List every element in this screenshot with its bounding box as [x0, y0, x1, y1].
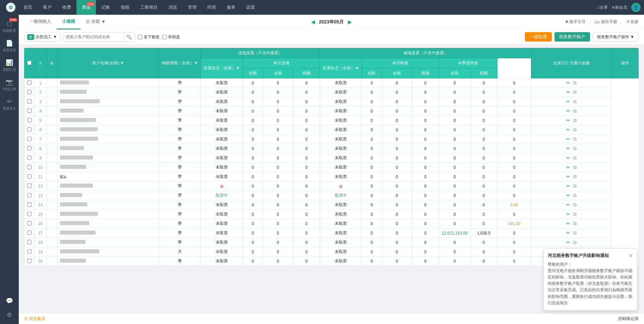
cell-check[interactable]: [24, 88, 35, 97]
date-next-btn[interactable]: ▶: [348, 19, 352, 25]
search-button[interactable]: 🔍: [123, 33, 135, 41]
date-prev-btn[interactable]: ◀: [311, 19, 315, 25]
tab-general-taxpayer[interactable]: 一般纳税人: [24, 15, 57, 29]
cell-check[interactable]: [24, 172, 35, 182]
copy-icon[interactable]: ⧉: [573, 80, 577, 85]
sidebar-item-intelligent-invoice[interactable]: ⬡ 智能取票 new: [1, 17, 18, 36]
copy-icon[interactable]: ⧉: [573, 183, 577, 189]
cell-check[interactable]: [24, 135, 35, 144]
cell-check[interactable]: [24, 125, 35, 135]
search-input[interactable]: [63, 35, 123, 39]
th-status-out[interactable]: 取票状态（全部）▼: [320, 58, 362, 78]
nav-bookkeeping[interactable]: 记账: [96, 0, 115, 15]
copy-icon[interactable]: ⧉: [573, 146, 577, 151]
copy-icon[interactable]: ⧉: [573, 136, 577, 142]
copy-icon[interactable]: ⧉: [573, 221, 577, 226]
copy-icon[interactable]: ⧉: [573, 193, 577, 198]
edit-icon[interactable]: ✏: [566, 118, 570, 123]
cell-check[interactable]: [24, 163, 35, 172]
sidebar-item-scan[interactable]: 📷 扫描上传: [1, 76, 18, 94]
edit-icon[interactable]: ✏: [566, 89, 570, 95]
row-checkbox[interactable]: [27, 259, 32, 263]
cell-check[interactable]: [24, 191, 35, 200]
refresh-btn[interactable]: ↺ 刷新: [626, 19, 639, 25]
nav-business[interactable]: 工商项目: [135, 0, 163, 15]
row-checkbox[interactable]: [27, 193, 32, 197]
copy-icon[interactable]: ⧉: [573, 174, 577, 179]
nav-fee[interactable]: 收费: [57, 0, 76, 15]
nav-tax[interactable]: 报税: [115, 0, 135, 15]
nav-operation[interactable]: 经营: [202, 0, 221, 15]
row-checkbox[interactable]: [27, 221, 32, 225]
copy-icon[interactable]: ⧉: [573, 127, 577, 132]
row-checkbox[interactable]: [27, 202, 32, 207]
checkbox-account[interactable]: 名下账套: [138, 34, 160, 40]
cell-check[interactable]: [24, 153, 35, 163]
th-name[interactable]: 客户名称(全部) ▼: [57, 48, 159, 78]
nav-service[interactable]: 服务: [221, 0, 241, 15]
row-checkbox[interactable]: [27, 146, 32, 150]
cell-check[interactable]: [24, 257, 35, 266]
checkbox-account-input[interactable]: [138, 35, 142, 39]
edit-icon[interactable]: ✏: [566, 174, 570, 179]
checkbox-taxdisk[interactable]: 有税盘: [162, 34, 180, 40]
edit-icon[interactable]: ✏: [566, 127, 570, 132]
nav-message[interactable]: 消息: [163, 0, 182, 15]
row-checkbox[interactable]: [27, 165, 32, 169]
edit-icon[interactable]: ✏: [566, 146, 570, 151]
checkbox-taxdisk-input[interactable]: [162, 35, 167, 39]
cell-check[interactable]: [24, 200, 35, 210]
select-all-checkbox[interactable]: [27, 61, 32, 65]
nav-manage[interactable]: 管理: [182, 0, 202, 15]
th-period[interactable]: 纳税周期（全部）▼: [159, 48, 201, 78]
edit-icon[interactable]: ✏: [566, 80, 570, 85]
cell-check[interactable]: [24, 219, 35, 229]
tab-all[interactable]: ☰ 全能 ▼: [80, 15, 111, 29]
row-checkbox[interactable]: [27, 137, 32, 141]
cell-check[interactable]: [24, 210, 35, 219]
employee-select[interactable]: 全 全部员工 ▼: [24, 32, 60, 42]
copy-icon[interactable]: ⧉: [573, 99, 577, 104]
copy-icon[interactable]: ⧉: [573, 155, 577, 160]
copy-icon[interactable]: ⧉: [573, 240, 577, 245]
edit-icon[interactable]: ✏: [566, 211, 570, 217]
edit-icon[interactable]: ✏: [566, 165, 570, 170]
row-checkbox[interactable]: [27, 231, 32, 235]
sidebar-item-invoice-entry[interactable]: ✏ 票据录入: [1, 95, 18, 113]
manual-btn[interactable]: 📖 操作手册: [595, 19, 617, 25]
edit-icon[interactable]: ✏: [566, 230, 570, 236]
sidebar-item-settings[interactable]: ⚙: [1, 309, 18, 321]
copy-icon[interactable]: ⧉: [573, 108, 577, 114]
cell-check[interactable]: [24, 78, 35, 88]
row-checkbox[interactable]: [27, 80, 32, 85]
cell-check[interactable]: [24, 247, 35, 257]
row-checkbox[interactable]: [27, 118, 32, 122]
edit-icon[interactable]: ✏: [566, 193, 570, 198]
nav-invoice[interactable]: 票据 new: [76, 0, 96, 15]
cell-check[interactable]: [24, 116, 35, 125]
cell-check[interactable]: [24, 107, 35, 116]
popup-close-btn[interactable]: ✕: [629, 253, 633, 258]
edit-icon[interactable]: ✏: [566, 202, 570, 207]
cell-check[interactable]: [24, 229, 35, 238]
row-checkbox[interactable]: [27, 249, 32, 254]
copy-icon[interactable]: ⧉: [573, 165, 577, 170]
cell-check[interactable]: [24, 97, 35, 107]
row-checkbox[interactable]: [27, 127, 32, 132]
row-checkbox[interactable]: [27, 184, 32, 188]
copy-icon[interactable]: ⧉: [573, 211, 577, 217]
edit-icon[interactable]: ✏: [566, 155, 570, 160]
row-checkbox[interactable]: [27, 240, 32, 244]
copy-icon[interactable]: ⧉: [573, 118, 577, 123]
member-btn[interactable]: ⊕购会员: [612, 5, 627, 10]
caozuo-btn[interactable]: 税务数字账户操作 ▼: [593, 32, 639, 42]
tab-small-scale[interactable]: 小规模: [57, 15, 80, 29]
guide-btn[interactable]: ✚ 新手引导: [565, 19, 586, 25]
user-avatar[interactable]: 👤: [631, 3, 641, 12]
sidebar-item-chat[interactable]: 💬: [1, 295, 18, 307]
cell-check[interactable]: [24, 144, 35, 153]
edit-icon[interactable]: ✏: [566, 221, 570, 226]
tax-policy-link[interactable]: ⓪ 税务政策: [24, 316, 45, 322]
edit-icon[interactable]: ✏: [566, 99, 570, 104]
row-checkbox[interactable]: [27, 109, 32, 113]
